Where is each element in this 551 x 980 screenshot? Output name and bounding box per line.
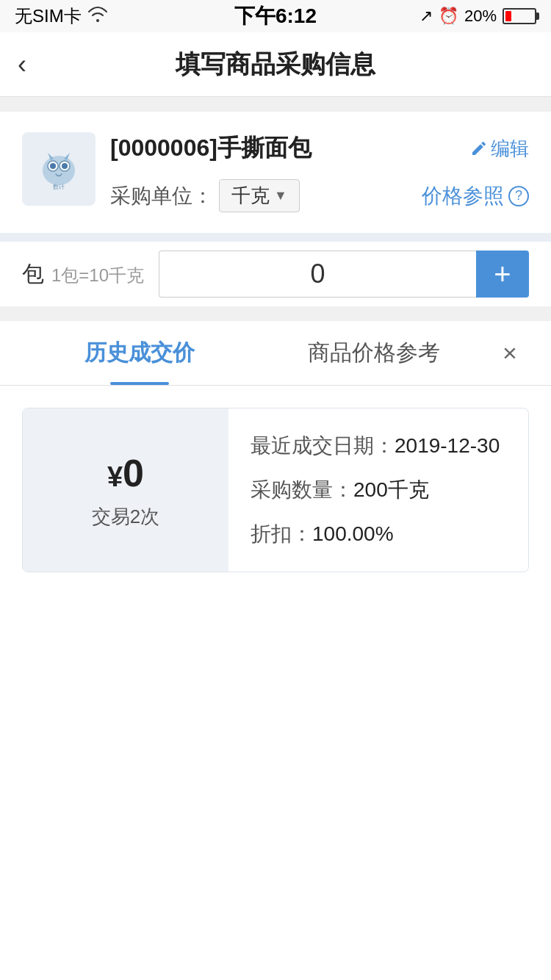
bottom-area xyxy=(0,594,551,980)
alarm-icon: ⏰ xyxy=(439,7,458,26)
status-left: 无SIM卡 xyxy=(15,4,108,28)
edit-label: 编辑 xyxy=(491,136,529,162)
recent-date-row: 最近成交日期：2019-12-30 xyxy=(251,430,506,461)
currency-symbol: ¥ xyxy=(107,461,123,492)
tab-history-price[interactable]: 历史成交价 xyxy=(22,321,256,385)
unit-select[interactable]: 千克 ▼ xyxy=(219,179,300,212)
edit-button[interactable]: 编辑 xyxy=(470,136,529,162)
discount-value: 100.00% xyxy=(312,522,394,545)
edit-icon xyxy=(470,140,488,157)
discount-label: 折扣： xyxy=(251,522,312,545)
dropdown-arrow-icon: ▼ xyxy=(274,188,287,203)
close-icon: × xyxy=(503,339,517,367)
tab-panel: 历史成交价 商品价格参考 × ¥0 交易2次 最近成交日期：2019-12-30 xyxy=(0,321,551,594)
section-divider xyxy=(0,233,551,242)
unit-label: 采购单位： xyxy=(110,182,213,210)
history-price-value: ¥0 xyxy=(107,451,144,495)
discount-row: 折扣：100.00% xyxy=(251,519,506,550)
unit-value: 千克 xyxy=(231,183,270,209)
quantity-value: 0 xyxy=(311,259,325,289)
svg-text:数计: 数计 xyxy=(53,184,65,190)
product-logo-icon: 数计 xyxy=(33,147,84,191)
svg-point-0 xyxy=(43,156,75,185)
quantity-input[interactable]: 0 xyxy=(159,251,476,298)
battery-icon xyxy=(503,8,536,24)
status-right: ↗ ⏰ 20% xyxy=(419,7,536,26)
trade-count: 交易2次 xyxy=(92,504,159,530)
history-price-summary: ¥0 交易2次 xyxy=(23,408,228,572)
tab-active-indicator xyxy=(110,382,169,385)
tab-product-price-ref-label: 商品价格参考 xyxy=(308,338,440,368)
price-ref-button[interactable]: 价格参照 ? xyxy=(422,182,529,210)
location-icon: ↗ xyxy=(419,7,433,26)
nav-bar: ‹ 填写商品采购信息 xyxy=(0,32,551,97)
price-ref-help-icon: ? xyxy=(508,186,529,206)
history-price-card: ¥0 交易2次 最近成交日期：2019-12-30 采购数量：200千克 折扣：… xyxy=(22,408,529,572)
history-price-details: 最近成交日期：2019-12-30 采购数量：200千克 折扣：100.00% xyxy=(228,408,528,572)
status-bar: 无SIM卡 下午6:12 ↗ ⏰ 20% xyxy=(0,0,551,32)
unit-row: 采购单位： 千克 ▼ 价格参照 ? xyxy=(110,179,529,212)
wifi-icon xyxy=(87,6,108,26)
purchase-qty-value: 200千克 xyxy=(353,478,429,501)
back-button[interactable]: ‹ xyxy=(18,49,26,80)
tab-header: 历史成交价 商品价格参考 × xyxy=(0,321,551,386)
product-full-name: [0000006]手撕面包 xyxy=(110,132,311,165)
product-card: 数计 [0000006]手撕面包 编辑 采购单位： 千克 ▼ 价格参照 xyxy=(0,112,551,233)
product-name-row: [0000006]手撕面包 编辑 xyxy=(110,132,529,165)
product-image: 数计 xyxy=(22,132,96,206)
tab-close-button[interactable]: × xyxy=(491,334,529,372)
tab-history-price-label: 历史成交价 xyxy=(84,338,195,368)
plus-icon: + xyxy=(494,258,511,291)
purchase-qty-label: 采购数量： xyxy=(251,478,353,501)
purchase-qty-row: 采购数量：200千克 xyxy=(251,475,506,505)
carrier-label: 无SIM卡 xyxy=(15,4,82,28)
svg-point-4 xyxy=(62,163,68,169)
status-time: 下午6:12 xyxy=(234,2,317,30)
svg-point-3 xyxy=(50,163,56,169)
quantity-unit-label: 包 xyxy=(22,259,44,289)
page-title: 填写商品采购信息 xyxy=(176,48,375,82)
quantity-input-area: 0 + xyxy=(159,251,529,298)
battery-label: 20% xyxy=(464,7,497,26)
tab-content: ¥0 交易2次 最近成交日期：2019-12-30 采购数量：200千克 折扣：… xyxy=(0,386,551,594)
price-ref-label: 价格参照 xyxy=(422,182,504,210)
product-info: [0000006]手撕面包 编辑 采购单位： 千克 ▼ 价格参照 ? xyxy=(110,132,529,212)
quantity-unit-group: 包 1包=10千克 xyxy=(22,259,144,289)
tab-product-price-ref[interactable]: 商品价格参考 xyxy=(256,321,491,385)
quantity-row: 包 1包=10千克 0 + xyxy=(0,242,551,306)
recent-date-label: 最近成交日期： xyxy=(251,434,395,457)
price-number: 0 xyxy=(123,452,144,494)
quantity-plus-button[interactable]: + xyxy=(476,251,529,298)
quantity-unit-conversion: 1包=10千克 xyxy=(51,264,144,287)
recent-date-value: 2019-12-30 xyxy=(395,434,500,457)
